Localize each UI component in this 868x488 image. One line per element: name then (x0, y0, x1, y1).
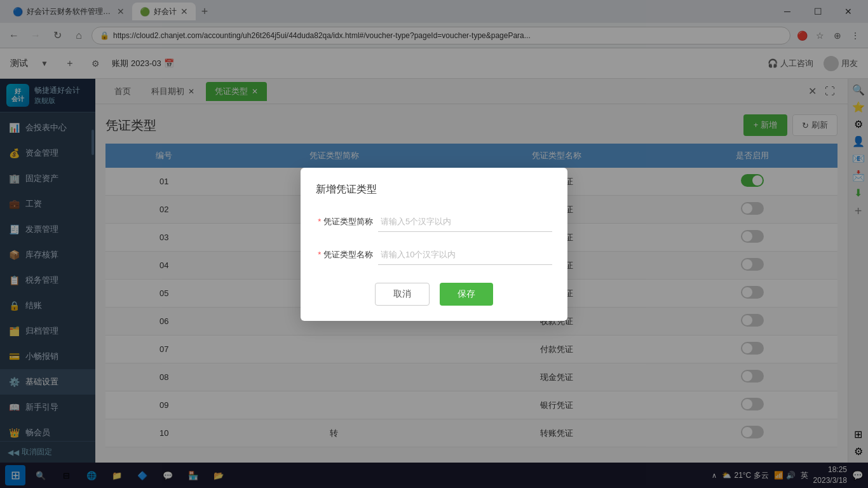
full-name-input[interactable] (378, 245, 552, 265)
full-name-label: 凭证类型名称 (316, 249, 373, 261)
short-name-label: 凭证类型简称 (316, 216, 373, 227)
add-voucher-modal: 新增凭证类型 凭证类型简称 凭证类型名称 取消 保存 (301, 168, 567, 321)
save-button[interactable]: 保存 (440, 283, 493, 306)
full-name-field: 凭证类型名称 (316, 245, 552, 265)
cancel-button[interactable]: 取消 (375, 283, 430, 306)
short-name-input[interactable] (378, 212, 552, 232)
modal-overlay: 新增凭证类型 凭证类型简称 凭证类型名称 取消 保存 (0, 0, 868, 488)
modal-actions: 取消 保存 (316, 283, 552, 306)
short-name-field: 凭证类型简称 (316, 212, 552, 232)
modal-title: 新增凭证类型 (316, 183, 552, 196)
